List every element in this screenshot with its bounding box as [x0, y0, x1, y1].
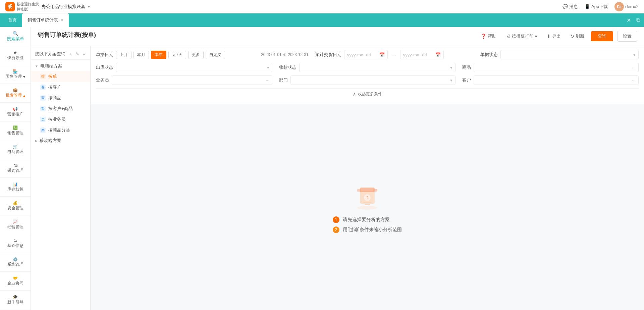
purchase-mgmt-icon: 🛍: [13, 163, 17, 168]
scheme-item-by-customer-product[interactable]: 客 按客户+商品: [31, 103, 90, 114]
sidebar-item-basic-info[interactable]: 🗂 基础信息: [0, 234, 31, 253]
print-dropdown-icon[interactable]: ▾: [535, 34, 537, 39]
filter-ship-status-item: 出库状态 ▾: [96, 63, 272, 72]
sidebar-item-operations[interactable]: 📈 经营管理: [0, 215, 31, 234]
sidebar-item-wholesale-mgmt[interactable]: 📦 批发管理 ▴: [0, 84, 31, 103]
scheme-add-button[interactable]: +: [69, 51, 73, 57]
query-button[interactable]: 查询: [591, 31, 613, 41]
customer-input[interactable]: ···: [474, 75, 639, 85]
sidebar-item-enterprise[interactable]: 🤝 企业协同: [0, 272, 31, 291]
marketing-icon: 📢: [13, 107, 18, 111]
empty-step-2: 2 用[过滤]条件来缩小分析范围: [333, 226, 402, 233]
sidebar-item-system[interactable]: ⚙️ 系统管理: [0, 253, 31, 272]
ship-status-select[interactable]: ▾: [116, 63, 272, 72]
date-btn-more[interactable]: 更多: [188, 51, 204, 59]
sales-mgmt-icon: 💹: [13, 125, 18, 130]
product-input[interactable]: ···: [474, 63, 639, 72]
scheme-group-pc-title[interactable]: ▼ 电脑端方案: [31, 61, 90, 71]
sidebar-item-search-menu[interactable]: 🔍 搜索菜单: [0, 27, 31, 46]
expected-date-from-input[interactable]: yyyy-mm-dd 📅: [344, 50, 388, 59]
basic-info-icon: 🗂: [13, 238, 17, 243]
sidebar-item-inventory[interactable]: 📊 库存核算: [0, 178, 31, 197]
empty-step-1: 1 请先选择要分析的方案: [333, 216, 402, 223]
scheme-item-by-product-category[interactable]: 类 按商品分类: [31, 125, 90, 136]
step-num-2: 2: [333, 226, 339, 233]
salesperson-input[interactable]: ···: [112, 75, 272, 85]
sidebar-item-purchase-mgmt[interactable]: 🛍 采购管理: [0, 159, 31, 178]
svg-point-0: [357, 206, 377, 210]
help-icon: ❓: [481, 34, 486, 39]
dept-select[interactable]: ▾: [290, 75, 455, 85]
inner-layout: 按以下方案查询 + ✎ « ▼ 电脑端方案 按 按单: [31, 46, 644, 310]
filter-payment-status-item: 收款状态 ▾: [279, 63, 455, 72]
sidebar-item-quick-nav[interactable]: ★ 快捷导航: [0, 46, 31, 65]
top-bar-right: 💬 消息 📱 App下载 Ea demo2: [562, 2, 639, 11]
product-more-icon: ···: [632, 65, 636, 70]
scheme-group-mobile-title[interactable]: ▶ 移动端方案: [31, 136, 90, 146]
sidebar-item-finance[interactable]: 💰 资金管理: [0, 197, 31, 215]
breadcrumb-dropdown-icon[interactable]: ▾: [88, 4, 90, 9]
scheme-item-by-customer[interactable]: 客 按客户: [31, 82, 90, 93]
date-btn-this-year[interactable]: 本年: [151, 51, 166, 59]
page-header-actions: ❓ 帮助 🖨 按模板打印 ▾ ⬇ 导出 ↻ 刷新 查询 设置: [478, 31, 637, 46]
svg-rect-2: [360, 188, 375, 192]
export-button[interactable]: ⬇ 导出: [544, 32, 564, 41]
scheme-item-icon-by-customer: 客: [40, 85, 46, 90]
retail-mgmt-icon: 🏪: [13, 69, 18, 74]
scheme-group-pc: ▼ 电脑端方案 按 按单 客 按客户 商 按商品: [31, 61, 90, 136]
collapse-section: ∧ 收起更多条件: [96, 88, 639, 100]
filter-date-item: 单据日期 上月 本月 本年 近7天 更多 自定义: [96, 51, 254, 59]
print-button[interactable]: 🖨 按模板打印 ▾: [503, 32, 540, 41]
scheme-item-icon-by-customer-product: 客: [40, 106, 46, 111]
tab-bar: 首页 销售订单统计表 ✕ ✕ ⧉: [0, 13, 644, 27]
user-menu[interactable]: Ea demo2: [614, 2, 639, 11]
expected-date-to-input[interactable]: yyyy-mm-dd 📅: [400, 50, 444, 59]
date-btn-custom[interactable]: 自定义: [206, 51, 225, 59]
collapse-toggle-button[interactable]: ∧ 收起更多条件: [96, 89, 639, 100]
app-download-icon: 📱: [585, 4, 590, 9]
svg-text:?: ?: [366, 196, 369, 200]
tab-home[interactable]: 首页: [3, 13, 22, 27]
finance-icon: 💰: [13, 201, 18, 205]
payment-status-select[interactable]: ▾: [299, 63, 455, 72]
scheme-item-by-order[interactable]: 按 按单: [31, 71, 90, 82]
sidebar-item-marketing[interactable]: 📢 营销推广: [0, 103, 31, 121]
collapse-icon: ∧: [353, 92, 356, 97]
scheme-item-by-product[interactable]: 商 按商品: [31, 93, 90, 103]
tab-sales-stat[interactable]: 销售订单统计表 ✕: [22, 13, 69, 27]
date-btn-last-7-days[interactable]: 近7天: [168, 51, 186, 59]
scheme-item-by-salesperson[interactable]: 员 按业务员: [31, 114, 90, 125]
message-button[interactable]: 💬 消息: [562, 4, 578, 10]
settings-button[interactable]: 设置: [617, 31, 637, 42]
enterprise-icon: 🤝: [13, 276, 18, 280]
doc-status-select[interactable]: ▾: [500, 50, 639, 59]
top-bar: 畅 畅捷通好生意 标账版 办公用品行业模拟账套 ▾ 💬 消息 📱 App下载 E…: [0, 0, 644, 13]
sidebar-item-retail-mgmt[interactable]: 🏪 零售管理 ▾: [0, 65, 31, 84]
search-menu-icon: 🔍: [13, 31, 18, 36]
message-icon: 💬: [562, 4, 568, 9]
sidebar-item-sales-mgmt[interactable]: 💹 销售管理: [0, 121, 31, 140]
tab-maximize-icon[interactable]: ⧉: [635, 16, 641, 24]
date-btn-this-month[interactable]: 本月: [133, 51, 149, 59]
scheme-collapse-button[interactable]: «: [82, 51, 86, 57]
filter-row-3: 业务员 ··· 部门 ▾: [96, 75, 639, 85]
filter-row-2: 出库状态 ▾ 收款状态 ▾: [96, 63, 639, 72]
tab-close-all-icon[interactable]: ✕: [625, 16, 632, 25]
svg-rect-4: [373, 189, 377, 192]
tab-close-icon[interactable]: ✕: [60, 18, 63, 22]
logo-icon: 畅: [5, 2, 15, 11]
sidebar-item-newbie[interactable]: 🎓 新手引导: [0, 291, 31, 309]
step-num-1: 1: [333, 216, 339, 223]
date-btn-prev-month[interactable]: 上月: [116, 51, 131, 59]
scheme-item-icon-by-salesperson: 员: [40, 117, 46, 122]
help-button[interactable]: ❓ 帮助: [478, 32, 499, 41]
app-download-button[interactable]: 📱 App下载: [585, 4, 608, 10]
refresh-icon: ↻: [570, 34, 574, 39]
breadcrumb: 办公用品行业模拟账套: [42, 4, 85, 10]
sidebar: 🔍 搜索菜单 ★ 快捷导航 🏪 零售管理 ▾ 📦 批发管理 ▴ 📢 营销推广: [0, 27, 31, 310]
filter-product-item: 商品 ···: [462, 63, 639, 72]
sidebar-item-ecommerce[interactable]: 🛒 电商管理: [0, 140, 31, 159]
scheme-edit-button[interactable]: ✎: [75, 51, 80, 57]
print-icon: 🖨: [506, 34, 511, 39]
refresh-button[interactable]: ↻ 刷新: [568, 32, 587, 41]
